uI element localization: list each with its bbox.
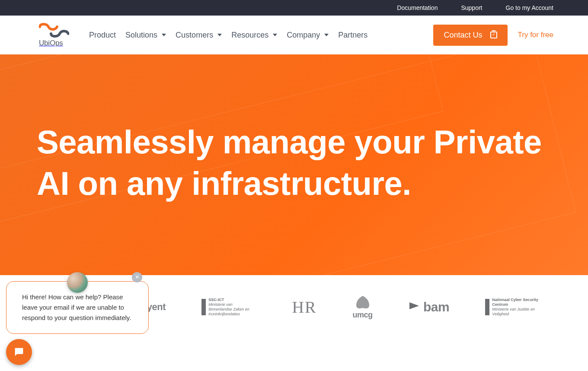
client-logo-ncsc: Nationaal Cyber Security Centrum Ministe…: [485, 298, 544, 316]
client-ncsc-sub: Ministerie van Justitie en Veiligheid: [492, 307, 544, 317]
nav-resources-label: Resources: [231, 31, 268, 40]
chat-avatar: [67, 272, 88, 293]
hero-headline: Seamlessly manage your Private AI on any…: [37, 121, 547, 204]
contact-us-label: Contact Us: [444, 31, 482, 40]
nav-customers-label: Customers: [176, 31, 213, 40]
try-for-free-link[interactable]: Try for free: [518, 31, 554, 39]
client-ssc-ict-sub: Ministerie van Binnenlandse Zaken en Kon…: [208, 302, 256, 316]
client-ssc-ict-title: SSC-ICT: [208, 298, 256, 302]
contact-us-button[interactable]: Contact Us: [433, 25, 507, 46]
umcg-mark-icon: [354, 295, 371, 310]
nav-product[interactable]: Product: [89, 31, 116, 40]
nav-solutions-label: Solutions: [125, 31, 157, 40]
client-ncsc-title: Nationaal Cyber Security Centrum: [492, 298, 544, 307]
client-bam-label: bam: [423, 300, 449, 314]
top-link-documentation[interactable]: Documentation: [397, 4, 438, 11]
nav-company-label: Company: [287, 31, 320, 40]
hero-section: Seamlessly manage your Private AI on any…: [0, 54, 588, 275]
client-logo-ssc-ict: SSC-ICT Ministerie van Binnenlandse Zake…: [201, 298, 256, 316]
client-logo-hr: HR: [292, 298, 317, 317]
svg-marker-1: [409, 302, 419, 309]
logo[interactable]: UbiOps: [39, 22, 69, 48]
client-logo-umcg: umcg: [353, 295, 373, 320]
calendar-check-icon: [490, 32, 497, 38]
client-umcg-label: umcg: [353, 311, 373, 320]
chat-message-text: Hi there! How can we help? Please leave …: [22, 293, 131, 321]
chevron-down-icon: [162, 34, 166, 36]
chat-popup[interactable]: ✕ Hi there! How can we help? Please leav…: [6, 281, 149, 334]
top-link-account[interactable]: Go to my Account: [506, 4, 554, 11]
logo-text: UbiOps: [39, 39, 69, 48]
main-nav: Product Solutions Customers Resources Co…: [89, 31, 368, 40]
nav-partners[interactable]: Partners: [338, 31, 368, 40]
nav-company[interactable]: Company: [287, 31, 329, 40]
gov-bar-icon: [485, 299, 489, 315]
nav-resources[interactable]: Resources: [231, 31, 277, 40]
client-logo-bam: bam: [409, 300, 449, 314]
chevron-down-icon: [324, 34, 329, 36]
nav-solutions[interactable]: Solutions: [125, 31, 166, 40]
chevron-down-icon: [217, 34, 222, 36]
top-utility-bar: Documentation Support Go to my Account: [0, 0, 588, 16]
gov-bar-icon: [201, 299, 206, 315]
top-link-support[interactable]: Support: [461, 4, 482, 11]
chevron-down-icon: [273, 34, 277, 36]
nav-customers[interactable]: Customers: [176, 31, 222, 40]
chat-close-button[interactable]: ✕: [132, 272, 142, 282]
logo-mark-icon: [39, 22, 69, 38]
bam-mark-icon: [409, 301, 420, 313]
header-actions: Contact Us Try for free: [433, 25, 553, 46]
client-hr-label: HR: [292, 298, 317, 317]
main-header: UbiOps Product Solutions Customers Resou…: [0, 16, 588, 54]
